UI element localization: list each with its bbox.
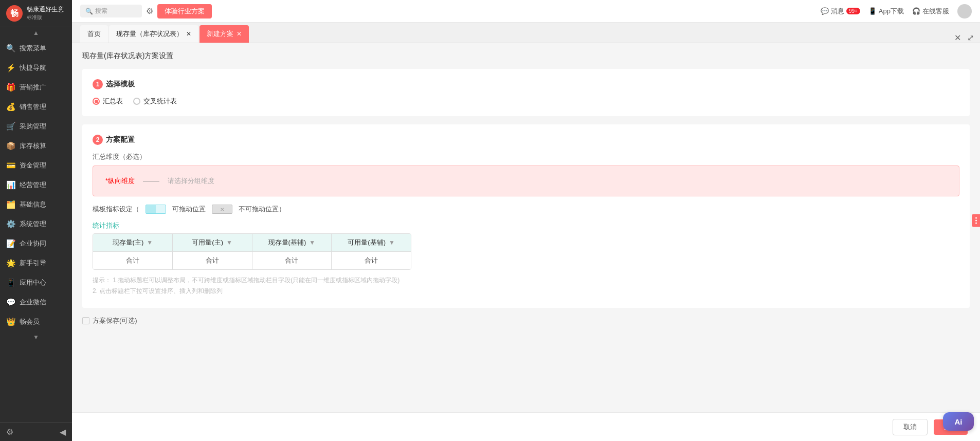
save-checkbox[interactable] (82, 317, 89, 324)
tab-home[interactable]: 首页 (80, 25, 108, 43)
message-badge: 99+ (846, 8, 860, 14)
sidebar-scroll-down[interactable]: ▼ (0, 332, 72, 343)
section-select-template: 1 选择模板 汇总表 交叉统计表 (82, 69, 970, 116)
collapse-icon[interactable]: ◀ (60, 427, 66, 437)
sidebar-item-label: 资金管理 (20, 161, 46, 170)
apps-icon: 📱 (6, 278, 15, 287)
stats-col-3-label: 可用量(基辅) (348, 238, 386, 247)
sidebar-item-purchase[interactable]: 🛒 采购管理 (0, 117, 72, 136)
chevron-down-icon-3: ▼ (389, 239, 395, 246)
main-area: 🔍 搜索 ⚙ 体验行业方案 💬 消息 99+ 📱 App下载 🎧 在线客服 (72, 0, 980, 441)
newbie-icon: 🌟 (6, 259, 15, 268)
sidebar-item-wechat[interactable]: 💬 企业微信 (0, 292, 72, 312)
settings-icon[interactable]: ⚙ (6, 427, 13, 437)
tab-inventory[interactable]: 现存量（库存状况表） ✕ (109, 25, 198, 43)
stats-col-0[interactable]: 现存量(主) ▼ (93, 234, 173, 251)
right-edge-dot-1 (975, 217, 977, 219)
search-icon: 🔍 (6, 44, 15, 53)
page-title: 现存量(库存状况表)方案设置 (82, 51, 970, 61)
sidebar-item-finance[interactable]: 💳 资金管理 (0, 156, 72, 175)
template-indicator-label2: 可拖动位置 (172, 205, 206, 214)
online-service-label: 在线客服 (922, 7, 949, 16)
template-radio-group: 汇总表 交叉统计表 (93, 97, 959, 106)
stats-cell-1: 合计 (173, 252, 252, 269)
tabbar-controls: ✕ ⤢ (952, 33, 980, 43)
radio-cross[interactable]: 交叉统计表 (133, 97, 177, 106)
step1-badge: 1 (93, 79, 103, 89)
tab-inventory-close[interactable]: ✕ (186, 30, 191, 38)
section1-title: 1 选择模板 (93, 79, 959, 89)
search-icon: 🔍 (85, 8, 93, 15)
stats-table-body: 合计 合计 合计 合计 (93, 251, 411, 269)
app-name: 畅康通好生意 (27, 6, 64, 14)
sidebar-item-shortcut[interactable]: ⚡ 快捷导航 (0, 58, 72, 78)
radio-summary[interactable]: 汇总表 (93, 97, 123, 106)
gear-icon[interactable]: ⚙ (146, 6, 153, 16)
stats-label: 统计指标 (93, 221, 959, 230)
message-label: 消息 (831, 7, 844, 16)
stats-col-1[interactable]: 可用量(主) ▼ (173, 234, 252, 251)
stats-table-header: 现存量(主) ▼ 可用量(主) ▼ 现存量(基辅) ▼ 可用量(基辅) ▼ (93, 234, 411, 251)
tab-inventory-label: 现存量（库存状况表） (116, 29, 183, 39)
wechat-icon: 💬 (6, 298, 15, 307)
right-edge-tab[interactable] (972, 214, 980, 227)
app-download-item[interactable]: 📱 App下载 (868, 7, 904, 16)
sidebar-item-apps[interactable]: 📱 应用中心 (0, 273, 72, 292)
app-download-icon: 📱 (868, 7, 877, 15)
stats-col-3[interactable]: 可用量(基辅) ▼ (332, 234, 411, 251)
sidebar-item-marketing[interactable]: 🎁 营销推广 (0, 78, 72, 97)
sidebar-item-member[interactable]: 👑 畅会员 (0, 312, 72, 332)
search-placeholder: 搜索 (95, 7, 107, 15)
step2-badge: 2 (93, 135, 103, 145)
tab-expand-btn[interactable]: ⤢ (965, 33, 976, 43)
user-avatar[interactable] (957, 4, 972, 19)
message-item[interactable]: 💬 消息 99+ (821, 7, 860, 16)
tab-new-plan-close[interactable]: ✕ (237, 30, 242, 38)
tip-1: 提示： 1.拖动标题栏可以调整布局，不可跨维度或指标区域拖动栏目字段(只能在同一… (93, 276, 959, 285)
sidebar-item-label: 系统管理 (20, 219, 46, 229)
member-icon: 👑 (6, 317, 15, 326)
save-option-label: 方案保存(可选) (93, 316, 137, 325)
sidebar-item-sales[interactable]: 💰 销售管理 (0, 97, 72, 117)
system-icon: ⚙️ (6, 219, 15, 229)
sidebar-item-search[interactable]: 🔍 搜索菜单 (0, 39, 72, 58)
online-service-item[interactable]: 🎧 在线客服 (912, 7, 949, 16)
message-icon: 💬 (821, 7, 829, 15)
sidebar-item-label: 营销推广 (20, 83, 46, 92)
radio-summary-label: 汇总表 (103, 97, 123, 106)
sidebar-item-label: 采购管理 (20, 122, 46, 131)
sidebar-item-basic[interactable]: 🗂️ 基础信息 (0, 195, 72, 214)
cancel-button[interactable]: 取消 (893, 419, 928, 435)
section2-title: 2 方案配置 (93, 135, 959, 145)
enterprise-icon: 📝 (6, 239, 15, 248)
dimension-box[interactable]: *纵向维度 —— 请选择分组维度 (93, 166, 959, 196)
right-edge-dot-2 (975, 220, 977, 222)
trial-btn[interactable]: 体验行业方案 (157, 4, 212, 19)
stats-cell-2: 合计 (252, 252, 332, 269)
chevron-down-icon-2: ▼ (309, 239, 315, 246)
app-logo-icon: 畅 (6, 5, 23, 22)
tab-new-plan[interactable]: 新建方案 ✕ (199, 25, 249, 43)
stats-table: 现存量(主) ▼ 可用量(主) ▼ 现存量(基辅) ▼ 可用量(基辅) ▼ (93, 233, 411, 270)
dim-arrow: —— (143, 176, 159, 186)
sidebar-scroll-up[interactable]: ▲ (0, 27, 72, 39)
tab-new-plan-label: 新建方案 (207, 29, 233, 39)
sidebar-item-inventory[interactable]: 📦 库存核算 (0, 136, 72, 156)
topbar-search-box[interactable]: 🔍 搜索 (80, 5, 142, 17)
dim-placeholder: 请选择分组维度 (168, 176, 214, 186)
ai-fab-button[interactable]: Ai (943, 412, 974, 431)
stats-col-2[interactable]: 现存量(基辅) ▼ (252, 234, 332, 251)
sidebar-item-label: 企业微信 (20, 298, 46, 307)
sidebar-item-enterprise[interactable]: 📝 企业协同 (0, 234, 72, 253)
sidebar-item-system[interactable]: ⚙️ 系统管理 (0, 214, 72, 234)
sidebar: 畅 畅康通好生意 标准版 ▲ 🔍 搜索菜单 ⚡ 快捷导航 🎁 营销推广 💰 销售… (0, 0, 72, 441)
tab-close-btn[interactable]: ✕ (952, 33, 963, 43)
sidebar-item-newbie[interactable]: 🌟 新手引导 (0, 253, 72, 273)
radio-cross-circle (133, 98, 140, 105)
non-draggable-indicator (212, 205, 232, 214)
sidebar-item-management[interactable]: 📊 经营管理 (0, 175, 72, 195)
content-area: 现存量(库存状况表)方案设置 1 选择模板 汇总表 交叉统计表 2 (72, 43, 980, 412)
chevron-down-icon-1: ▼ (226, 239, 232, 246)
headset-icon: 🎧 (912, 7, 920, 15)
right-edge-dot-3 (975, 223, 977, 224)
